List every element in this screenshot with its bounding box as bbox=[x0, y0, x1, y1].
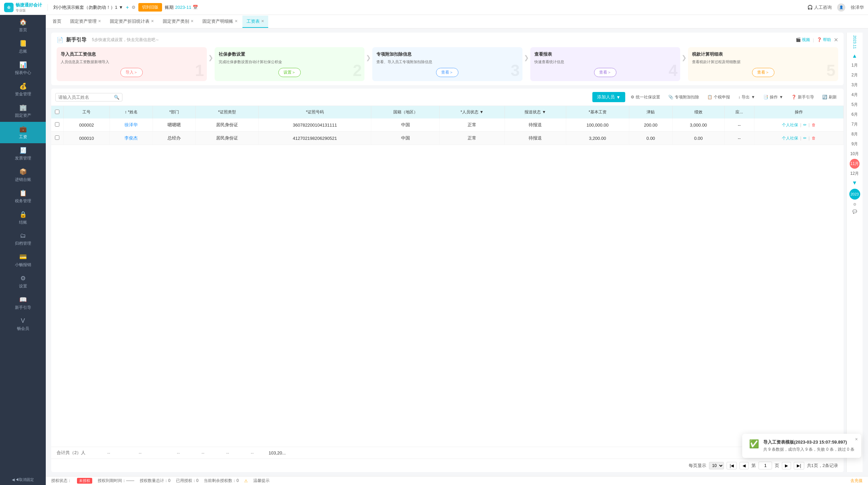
tax-report-btn[interactable]: 📋个税申报 bbox=[705, 93, 733, 101]
tab-home[interactable]: 首页 bbox=[48, 16, 65, 28]
first-page-btn[interactable]: |◀ bbox=[727, 462, 737, 469]
tab-close-fixed-assets[interactable]: ✕ bbox=[98, 19, 101, 23]
operations-dropdown-icon[interactable]: ▼ bbox=[779, 95, 783, 99]
select-all-checkbox[interactable] bbox=[55, 110, 59, 114]
guide-step-btn-5[interactable]: 查看＞ bbox=[752, 68, 774, 77]
sidebar-item-home[interactable]: 🏠首页 bbox=[0, 15, 46, 36]
period-calendar-icon[interactable]: 📅 bbox=[193, 5, 198, 10]
sidebar-item-guide[interactable]: 📖新手引导 bbox=[0, 293, 46, 314]
cal-month-6月[interactable]: 6月 bbox=[850, 110, 860, 119]
cal-month-9月[interactable]: 9月 bbox=[850, 139, 860, 149]
row-checkbox-0[interactable] bbox=[55, 122, 59, 127]
add-dropdown-icon[interactable]: ▼ bbox=[616, 95, 620, 100]
settings-icon[interactable]: ⚙ bbox=[132, 5, 136, 10]
cal-up-btn[interactable]: ▲ bbox=[851, 52, 859, 60]
action-edit-1[interactable]: ✏ bbox=[803, 136, 807, 141]
cell-name-1[interactable]: 李俊杰 bbox=[110, 132, 153, 145]
ai-consult[interactable]: 🎧 人工咨询 bbox=[807, 4, 832, 11]
switch-version-btn[interactable]: 切到旧版 bbox=[138, 3, 162, 12]
sidebar-item-ledger[interactable]: 📒总账 bbox=[0, 36, 46, 58]
cal-month-5月[interactable]: 5月 bbox=[850, 100, 860, 110]
sidebar-item-member[interactable]: V畅会员 bbox=[0, 314, 46, 335]
cal-month-7月[interactable]: 7月 bbox=[850, 119, 860, 129]
guide-step-btn-1[interactable]: 导入＞ bbox=[120, 68, 143, 77]
period-value: 2023-11 bbox=[175, 5, 191, 10]
tab-fixed-assets[interactable]: 固定资产管理✕ bbox=[66, 16, 105, 28]
guide-video-btn[interactable]: 🎬 视频 bbox=[796, 37, 810, 43]
cal-month-1月[interactable]: 1月 bbox=[850, 60, 860, 70]
period-selector[interactable]: 账期 2023-11 📅 bbox=[165, 4, 198, 11]
guide-step-btn-2[interactable]: 设置＞ bbox=[278, 68, 301, 77]
refresh-btn[interactable]: 🔄刷新 bbox=[820, 93, 840, 101]
sidebar-item-report[interactable]: 📊报表中心 bbox=[0, 58, 46, 79]
row-checkbox-1[interactable] bbox=[55, 135, 59, 140]
sidebar-item-fund[interactable]: 💰资金管理 bbox=[0, 79, 46, 100]
cal-month-2月[interactable]: 2月 bbox=[850, 70, 860, 80]
action-delete-0[interactable]: 🗑 bbox=[812, 123, 816, 127]
cell-checkbox-1[interactable] bbox=[51, 132, 63, 145]
cal-nav-icon[interactable]: ⚙ bbox=[852, 201, 858, 208]
tab-close-fixed-detail[interactable]: ✕ bbox=[235, 19, 238, 23]
social-insurance-btn[interactable]: ⚙统一社保设置 bbox=[628, 93, 663, 101]
cal-month-4月[interactable]: 4月 bbox=[850, 90, 860, 100]
toast-close-btn[interactable]: × bbox=[855, 436, 858, 442]
page-input[interactable] bbox=[758, 462, 772, 469]
action-delete-1[interactable]: 🗑 bbox=[812, 136, 816, 141]
sidebar-item-tax[interactable]: 📋税务管理 bbox=[0, 186, 46, 207]
guide-close-btn[interactable]: ✕ bbox=[834, 37, 838, 43]
cal-month-3月[interactable]: 3月 bbox=[850, 80, 860, 90]
guide-step-desc-2: 完成社保参数设置自动计算社保公积金 bbox=[219, 59, 361, 64]
cal-month-10月[interactable]: 10月 bbox=[850, 149, 860, 159]
th-emp-id: 工号 bbox=[63, 106, 110, 118]
tab-close-fixed-depreciation[interactable]: ✕ bbox=[151, 19, 154, 23]
prev-page-btn[interactable]: ◀ bbox=[739, 462, 749, 469]
tab-fixed-category[interactable]: 固定资产类别✕ bbox=[159, 16, 198, 28]
guide-step-desc-5: 查看税款计算过程及明细数据 bbox=[692, 59, 834, 64]
search-input[interactable] bbox=[58, 95, 113, 100]
sidebar-item-expense[interactable]: 💳小畅报销 bbox=[0, 250, 46, 271]
account-dropdown-icon[interactable]: ▼ bbox=[119, 5, 123, 10]
tab-fixed-detail[interactable]: 固定资产明细账✕ bbox=[198, 16, 242, 28]
sidebar-item-invoice[interactable]: 🧾发票管理 bbox=[0, 143, 46, 165]
cal-month-11月[interactable]: 11月 bbox=[850, 159, 860, 169]
add-person-btn[interactable]: 添加人员 ▼ bbox=[592, 92, 625, 102]
tab-fixed-depreciation[interactable]: 固定资产折旧统计表✕ bbox=[106, 16, 158, 28]
next-page-btn[interactable]: ▶ bbox=[782, 462, 791, 469]
guide-step-btn-4[interactable]: 查看＞ bbox=[594, 68, 616, 77]
sidebar-item-close[interactable]: 🔒结账 bbox=[0, 207, 46, 229]
cal-chat-icon[interactable]: 💬 bbox=[851, 208, 859, 215]
operations-btn[interactable]: 📑操作 ▼ bbox=[761, 93, 786, 101]
cell-name-0[interactable]: 徐泽华 bbox=[110, 118, 153, 132]
sidebar-item-settings[interactable]: ⚙设置 bbox=[0, 271, 46, 293]
action-social-0[interactable]: 个人社保 bbox=[782, 123, 798, 127]
sidebar-item-fixed[interactable]: 🏢固定资产 bbox=[0, 100, 46, 122]
tab-salary-table[interactable]: 工资表✕ bbox=[242, 16, 268, 28]
sidebar-item-salary[interactable]: 💼工资 bbox=[0, 122, 46, 143]
special-deduction-btn[interactable]: 📎专项附加扣除 bbox=[666, 93, 702, 101]
cal-down-btn[interactable]: ▼ bbox=[851, 179, 859, 187]
guide-step-btn-3[interactable]: 查看＞ bbox=[436, 68, 458, 77]
account-selector[interactable]: 刘小艳演示账套（勿删勿动！）1 ▼ bbox=[53, 4, 123, 11]
guide-step-title-2: 社保参数设置 bbox=[219, 51, 361, 57]
cal-current-year-badge[interactable]: 2023 bbox=[849, 189, 860, 200]
guide-help-btn[interactable]: ❓ 帮助 bbox=[817, 37, 831, 43]
sidebar-item-archive[interactable]: 🗂归档管理 bbox=[0, 229, 46, 250]
cal-month-8月[interactable]: 8月 bbox=[850, 129, 860, 139]
add-account-icon[interactable]: + bbox=[126, 4, 129, 11]
new-guide-btn[interactable]: ❓新手引导 bbox=[789, 93, 817, 101]
tab-close-salary-table[interactable]: ✕ bbox=[261, 19, 264, 23]
last-page-btn[interactable]: ▶| bbox=[794, 462, 804, 469]
export-btn[interactable]: ↓导出 ▼ bbox=[735, 93, 758, 101]
cal-month-12月[interactable]: 12月 bbox=[850, 169, 860, 179]
tab-label-fixed-category: 固定资产类别 bbox=[163, 18, 189, 24]
cell-checkbox-0[interactable] bbox=[51, 118, 63, 132]
action-edit-0[interactable]: ✏ bbox=[803, 123, 807, 127]
action-social-1[interactable]: 个人社保 bbox=[782, 136, 798, 141]
search-icon[interactable]: 🔍 bbox=[114, 95, 119, 100]
recharge-btn[interactable]: 去充值 bbox=[850, 478, 863, 484]
sidebar-item-sales[interactable]: 📦进销台账 bbox=[0, 165, 46, 186]
cancel-fixed-btn[interactable]: ◀◀取消固定 bbox=[0, 474, 46, 485]
export-dropdown-icon[interactable]: ▼ bbox=[751, 95, 755, 99]
tab-close-fixed-category[interactable]: ✕ bbox=[191, 19, 194, 23]
per-page-select[interactable]: 10 20 50 bbox=[709, 462, 724, 469]
